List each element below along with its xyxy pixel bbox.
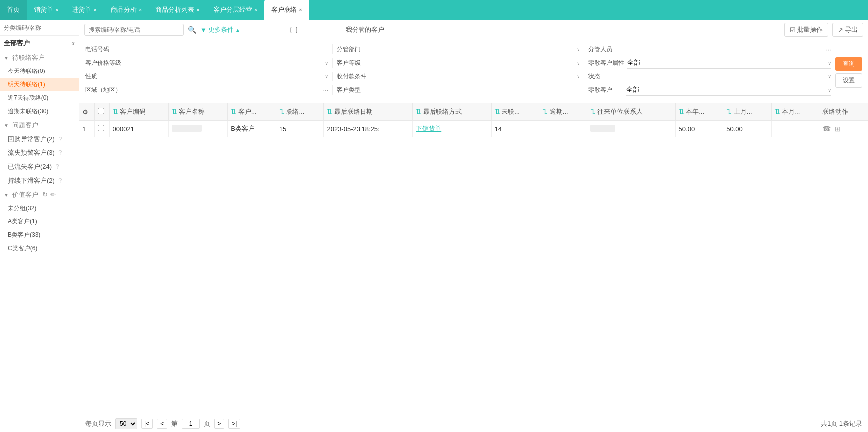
checkbox-col-header[interactable] bbox=[94, 103, 109, 121]
nav-purchase-order[interactable]: 进货单 × bbox=[65, 0, 103, 20]
sort-icon-7[interactable]: ⇅ bbox=[495, 108, 500, 115]
sort-icon-4[interactable]: ⇅ bbox=[279, 108, 285, 115]
help-icon-3[interactable]: ? bbox=[55, 163, 59, 170]
gender-select[interactable]: ∨ bbox=[123, 72, 328, 80]
help-icon-2[interactable]: ? bbox=[58, 149, 62, 156]
settings-btn[interactable]: 设置 bbox=[835, 73, 862, 88]
cust-level-select[interactable]: ∨ bbox=[374, 59, 579, 67]
sort-icon-2[interactable]: ⇅ bbox=[172, 108, 177, 115]
prev-page-btn[interactable]: < bbox=[157, 419, 167, 429]
sort-icon-11[interactable]: ⇅ bbox=[726, 108, 732, 115]
dept-select[interactable]: ∨ bbox=[374, 45, 579, 53]
sidebar-item-churned[interactable]: 已流失客户(24) ? bbox=[0, 160, 79, 174]
close-customer-contact-icon[interactable]: × bbox=[299, 7, 302, 13]
status-select[interactable]: ∨ bbox=[626, 72, 831, 80]
help-icon-4[interactable]: ? bbox=[58, 177, 62, 184]
refresh-icon[interactable]: ↻ bbox=[42, 191, 48, 198]
sidebar-item-7day-pending[interactable]: 近7天待联络(0) bbox=[0, 91, 79, 105]
table-header-row: ⚙ ⇅ 客户编码 ⇅ 客户名称 ⇅ 客户... ⇅ 联络... ⇅ 最后联络日期… bbox=[79, 103, 868, 121]
table-container: ⚙ ⇅ 客户编码 ⇅ 客户名称 ⇅ 客户... ⇅ 联络... ⇅ 最后联络日期… bbox=[79, 103, 868, 415]
sidebar-all-customers[interactable]: 全部客户 « bbox=[0, 36, 79, 51]
adv-filter-row-2: 客户价格等级 ∨ 客户等级 ∨ bbox=[85, 57, 831, 69]
close-sales-order-icon[interactable]: × bbox=[55, 7, 58, 13]
nav-customer-segmentation[interactable]: 客户分层经营 × bbox=[207, 0, 264, 20]
row-last-method[interactable]: 下销货单 bbox=[413, 121, 491, 137]
cust-level-chevron-icon: ∨ bbox=[577, 60, 580, 66]
sort-icon-12[interactable]: ⇅ bbox=[775, 108, 780, 115]
my-customers-checkbox-container[interactable]: 我分管的客户 bbox=[244, 25, 384, 34]
this-month-col-header: ⇅ 本月... bbox=[771, 103, 819, 121]
nav-home[interactable]: 首页 bbox=[0, 0, 27, 20]
contact-icon[interactable]: ☎ bbox=[822, 125, 831, 133]
phone-input[interactable] bbox=[123, 45, 328, 54]
sidebar-item-declining[interactable]: 持续下滑客户(2) ? bbox=[0, 174, 79, 188]
page-size-select[interactable]: 50 bbox=[115, 418, 137, 429]
last-date-col-header: ⇅ 最后联络日期 bbox=[324, 103, 413, 121]
row-checkbox-cell[interactable] bbox=[94, 121, 109, 137]
settings-icon[interactable]: ⚙ bbox=[82, 108, 88, 116]
row-code: 000021 bbox=[109, 121, 168, 137]
sidebar-item-churn-warning[interactable]: 流失预警客户(3) ? bbox=[0, 146, 79, 160]
price-level-select[interactable]: ∨ bbox=[124, 59, 328, 67]
nav-sales-order[interactable]: 销货单 × bbox=[27, 0, 65, 20]
region-more-icon[interactable]: ··· bbox=[323, 86, 328, 94]
search-icon[interactable]: 🔍 bbox=[188, 26, 196, 34]
collapse-icon[interactable]: « bbox=[71, 39, 75, 47]
batch-operation-btn[interactable]: ☑ 批量操作 bbox=[784, 23, 828, 37]
no-contact-col-header: ⇅ 未联... bbox=[491, 103, 539, 121]
bottom-bar: 每页显示 50 |< < 第 页 > >| 共1页 1条记录 bbox=[79, 415, 868, 432]
next-page-btn[interactable]: > bbox=[214, 419, 224, 429]
settings-col-header[interactable]: ⚙ bbox=[79, 103, 94, 121]
sidebar-item-today-pending[interactable]: 今天待联络(0) bbox=[0, 65, 79, 78]
last-method-col-header: ⇅ 最后联络方式 bbox=[413, 103, 491, 121]
adv-filter-buttons: 查询 设置 bbox=[835, 44, 862, 99]
sidebar-item-overdue-pending[interactable]: 逾期未联络(30) bbox=[0, 105, 79, 118]
page-suffix: 页 bbox=[204, 419, 210, 428]
payment-select[interactable]: ∨ bbox=[374, 72, 579, 80]
my-customers-checkbox[interactable] bbox=[244, 27, 344, 33]
sidebar-search-input[interactable] bbox=[4, 24, 78, 31]
select-all-checkbox[interactable] bbox=[98, 108, 104, 114]
close-purchase-order-icon[interactable]: × bbox=[93, 7, 96, 13]
sort-icon-10[interactable]: ⇅ bbox=[679, 108, 684, 115]
sort-icon[interactable]: ⇅ bbox=[113, 108, 118, 115]
row-contact-person bbox=[587, 121, 675, 137]
last-page-btn[interactable]: >| bbox=[228, 419, 240, 429]
more-action-icon[interactable]: ⊞ bbox=[835, 125, 841, 133]
nav-product-analysis-list[interactable]: 商品分析列表 × bbox=[148, 0, 206, 20]
more-conditions-btn[interactable]: ▼ 更多条件 ▲ bbox=[200, 25, 240, 34]
sort-icon-9[interactable]: ⇅ bbox=[590, 108, 596, 115]
gender-label: 性质 bbox=[85, 72, 120, 81]
sidebar-item-class-c[interactable]: C类客户(6) bbox=[0, 242, 79, 255]
sidebar-item-tomorrow-pending[interactable]: 明天待联络(1) bbox=[0, 78, 79, 91]
nav-product-analysis[interactable]: 商品分析 × bbox=[104, 0, 148, 20]
sidebar-item-ungrouped[interactable]: 未分组(32) bbox=[0, 202, 79, 215]
nav-customer-contact[interactable]: 客户联络 × bbox=[264, 0, 309, 20]
close-product-analysis-list-icon[interactable]: × bbox=[196, 7, 199, 13]
query-btn[interactable]: 查询 bbox=[835, 57, 862, 71]
sort-icon-8[interactable]: ⇅ bbox=[542, 108, 548, 115]
page-number-input[interactable] bbox=[182, 419, 200, 429]
close-product-analysis-icon[interactable]: × bbox=[139, 7, 142, 13]
sidebar-item-abnormal-repurchase[interactable]: 回购异常客户(2) ? bbox=[0, 132, 79, 146]
sort-icon-5[interactable]: ⇅ bbox=[327, 108, 332, 115]
close-customer-segmentation-icon[interactable]: × bbox=[254, 7, 257, 13]
region-filter-cell: 区域（地区） ··· bbox=[85, 86, 328, 94]
sidebar-item-class-a[interactable]: A类客户(1) bbox=[0, 215, 79, 228]
row-checkbox[interactable] bbox=[98, 125, 104, 131]
export-btn[interactable]: ↗ 导出 bbox=[832, 23, 863, 37]
retail-cust-select[interactable]: 全部 ∨ bbox=[626, 84, 831, 96]
sidebar-item-class-b[interactable]: B类客户(33) bbox=[0, 228, 79, 242]
first-page-btn[interactable]: |< bbox=[141, 419, 153, 429]
edit-icon[interactable]: ✏ bbox=[50, 191, 56, 198]
sidebar-problem-group: ▼ 问题客户 bbox=[0, 118, 79, 132]
last-method-link[interactable]: 下销货单 bbox=[416, 125, 441, 132]
sort-icon-6[interactable]: ⇅ bbox=[416, 108, 421, 115]
retail-cust-label: 零散客户 bbox=[588, 86, 623, 94]
help-icon[interactable]: ? bbox=[58, 135, 62, 143]
sort-icon-3[interactable]: ⇅ bbox=[231, 108, 236, 115]
retail-attr-select[interactable]: 全部 ∨ bbox=[627, 57, 831, 69]
adv-filter-row-4: 区域（地区） ··· 客户类型 零散客户 bbox=[85, 84, 831, 96]
person-more-icon[interactable]: ··· bbox=[826, 46, 831, 53]
search-input[interactable] bbox=[84, 24, 184, 36]
